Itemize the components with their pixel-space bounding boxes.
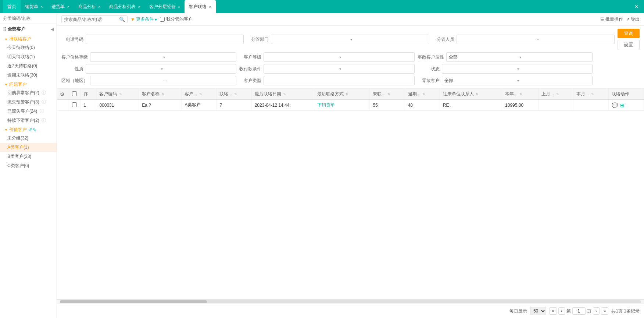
triangle-icon: ▼ — [4, 38, 8, 41]
page-size-select[interactable]: 50 — [530, 307, 546, 315]
export-button[interactable]: ↗ 导出 — [626, 16, 640, 22]
last-page-button[interactable]: » — [601, 307, 609, 315]
th-overdue[interactable]: 逾期... ⇅ — [405, 89, 440, 100]
sidebar-all-customers[interactable]: ⠿ 全部客户 ◀ — [0, 24, 57, 35]
close-all-button[interactable]: × — [632, 3, 641, 10]
horizontal-scrollbar[interactable] — [57, 299, 644, 304]
sidebar-item-ungrouped[interactable]: 未分组(32) — [0, 134, 57, 143]
th-last-method[interactable]: 最后联络方式 ⇅ — [314, 89, 369, 100]
sidebar-group-waiting[interactable]: ▼ 待联络客户 — [0, 35, 57, 43]
my-customers-checkbox-label[interactable]: 我分管的客户 — [160, 16, 193, 22]
close-goods-analysis-tab[interactable]: × — [98, 4, 100, 9]
last-method-link[interactable]: 下销货单 — [317, 102, 335, 107]
customer-level-select[interactable]: ▾ — [264, 52, 414, 62]
sidebar-item-c-class[interactable]: C类客户(6) — [0, 161, 57, 170]
sidebar-item-today[interactable]: 今天待联络(0) — [0, 43, 57, 52]
dept-select[interactable]: ▾ — [271, 35, 429, 44]
nature-label: 性质 — [61, 66, 83, 72]
payment-select[interactable]: ▾ — [264, 64, 414, 74]
qr-action-icon[interactable]: ⊞ — [620, 102, 625, 108]
th-contacts-person[interactable]: 往来单位联系人 ⇅ — [440, 89, 502, 100]
main-layout: 🔍 ⠿ 全部客户 ◀ ▼ 待联络客户 今天待联络(0) 明天待联络(1) 近7天… — [0, 13, 644, 318]
page-number-input[interactable] — [572, 307, 586, 315]
customer-type-input[interactable] — [264, 76, 414, 85]
sidebar-item-churned[interactable]: 已流失客户(24) ⓘ — [0, 107, 57, 116]
nav-goods-analysis-list[interactable]: 商品分析列表 × — [105, 0, 144, 13]
phone-input[interactable] — [86, 35, 244, 44]
td-last-method[interactable]: 下销货单 — [314, 100, 369, 111]
select-all-checkbox[interactable] — [72, 91, 77, 96]
message-action-icon[interactable]: 💬 — [612, 102, 618, 108]
sidebar-group-problem[interactable]: ▼ 问题客户 — [0, 80, 57, 88]
sidebar-group-value[interactable]: ▼ 价值客户 ↺ ✎ — [0, 125, 57, 134]
close-goods-analysis-list-tab[interactable]: × — [138, 4, 140, 9]
retail-attr-select[interactable]: 全部 ▾ — [446, 52, 593, 62]
sidebar-item-b-class[interactable]: B类客户(33) — [0, 152, 57, 161]
th-this-year[interactable]: 本年... ⇅ — [502, 89, 539, 100]
nav-customer-tier[interactable]: 客户分层经营 × — [145, 0, 185, 13]
sidebar-item-overdue[interactable]: 逾期未联络(30) — [0, 71, 57, 80]
batch-operation-button[interactable]: ☰ 批量操作 — [600, 16, 623, 22]
settings-button[interactable]: 设置 — [618, 40, 640, 50]
sidebar-search-input[interactable] — [3, 16, 57, 21]
nav-sales[interactable]: 销货单 × — [21, 0, 47, 13]
th-level[interactable]: 客户... ⇅ — [182, 89, 217, 100]
close-sales-tab[interactable]: × — [40, 4, 43, 9]
filter-area: 电话号码 分管部门 ▾ 分管人员 ··· — [57, 26, 644, 89]
th-name[interactable]: 客户名称 ⇅ — [139, 89, 182, 100]
payment-label: 收付款条件 — [239, 66, 261, 72]
sort-this-year-icon: ⇅ — [519, 92, 522, 96]
sidebar-item-a-class[interactable]: A类客户(1) — [0, 143, 57, 152]
nav-purchase[interactable]: 进货单 × — [47, 0, 74, 13]
main-search-input[interactable] — [64, 17, 119, 22]
region-select[interactable]: ··· — [90, 76, 236, 85]
th-no-contact[interactable]: 未联... ⇅ — [370, 89, 405, 100]
sidebar-item-declining[interactable]: 持续下滑客户(2) ⓘ — [0, 116, 57, 125]
th-gear[interactable]: ⚙ — [57, 89, 69, 100]
price-level-select[interactable]: ▾ — [90, 52, 236, 62]
page-end-label: 页 — [587, 308, 591, 314]
main-search-icon[interactable]: 🔍 — [119, 17, 125, 22]
nature-select[interactable]: ▾ — [86, 64, 236, 74]
filter-more-button[interactable]: ▼ 更多条件 ▾ — [130, 16, 157, 22]
edit-icon[interactable]: ✎ — [33, 127, 36, 132]
retail-customer-label: 零散客户 — [418, 78, 440, 84]
nav-home[interactable]: 首页 — [3, 0, 21, 13]
th-code[interactable]: 客户编码 ⇅ — [96, 89, 139, 100]
th-last-date[interactable]: 最后联络日期 ⇅ — [251, 89, 314, 100]
close-customer-contact-tab[interactable]: × — [209, 4, 211, 9]
nav-customer-contact[interactable]: 客户联络 × — [185, 0, 215, 13]
nav-goods-analysis[interactable]: 商品分析 × — [74, 0, 105, 13]
search-box: 🔍 — [61, 15, 128, 23]
td-actions: 💬 ⊞ — [608, 100, 644, 111]
row-checkbox[interactable] — [72, 102, 77, 107]
status-select[interactable]: ▾ — [442, 64, 593, 74]
th-contact-count[interactable]: 联络... ⇅ — [217, 89, 251, 100]
retail-customer-select[interactable]: 全部 ▾ — [442, 76, 593, 85]
manager-input[interactable]: ··· — [457, 35, 615, 44]
my-customers-checkbox[interactable] — [160, 17, 165, 22]
sidebar-item-tomorrow[interactable]: 明天待联络(1) — [0, 52, 57, 61]
sidebar-item-churn-warning[interactable]: 流失预警客户(3) ⓘ — [0, 98, 57, 107]
status-arrow: ▾ — [517, 67, 590, 71]
scroll-thumb[interactable] — [60, 300, 207, 303]
td-checkbox[interactable] — [69, 100, 80, 111]
prev-page-button[interactable]: ‹ — [558, 307, 565, 315]
close-purchase-tab[interactable]: × — [67, 4, 69, 9]
th-checkbox[interactable] — [69, 89, 80, 100]
sidebar-search-area: 🔍 — [0, 13, 57, 24]
first-page-button[interactable]: « — [549, 307, 557, 315]
td-no-contact: 55 — [370, 100, 405, 111]
next-page-button[interactable]: › — [593, 307, 600, 315]
sidebar-item-abnormal[interactable]: 回购异常客户(2) ⓘ — [0, 88, 57, 98]
content-area: 🔍 ▼ 更多条件 ▾ 我分管的客户 ☰ 批量操作 ↗ 导出 — [57, 13, 644, 318]
th-last-month[interactable]: 上月... ⇅ — [539, 89, 573, 100]
status-label: 状态 — [418, 66, 440, 72]
query-button[interactable]: 查询 — [618, 29, 640, 38]
sidebar-item-7days[interactable]: 近7天待联络(0) — [0, 61, 57, 71]
close-customer-tier-tab[interactable]: × — [178, 4, 180, 9]
refresh-icon[interactable]: ↺ — [28, 127, 32, 132]
settings-icon[interactable]: ⚙ — [60, 91, 65, 97]
info-icon-4: ⓘ — [42, 118, 46, 123]
th-this-month[interactable]: 本月... ⇅ — [573, 89, 608, 100]
